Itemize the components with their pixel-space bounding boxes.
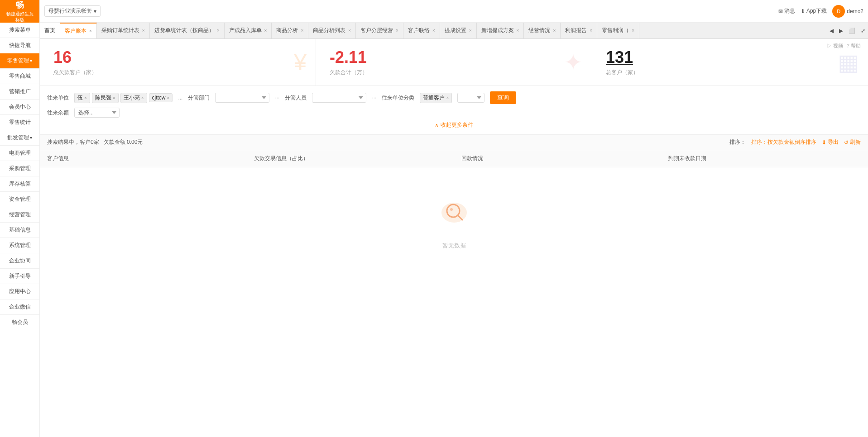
user-menu[interactable]: D demo2 bbox=[832, 5, 863, 18]
tab-close-new-raise-plan[interactable]: × bbox=[517, 28, 519, 33]
stat-total-customers-label: 总客户（家） bbox=[606, 69, 638, 76]
stat-credit-amount-label: 欠款合计（万） bbox=[330, 69, 368, 76]
unit-tags-more[interactable]: ... bbox=[178, 95, 182, 101]
tab-close-retail-profit[interactable]: × bbox=[632, 28, 634, 33]
sidebar-item-ecommerce-mgmt[interactable]: 电商管理 bbox=[0, 146, 39, 161]
tab-customer-account[interactable]: 客户账本× bbox=[60, 23, 97, 39]
account-selector[interactable]: 母婴行业演示帐套 ▾ bbox=[44, 5, 101, 17]
stats-row: 16 总欠款客户（家） ¥ -2.11 欠款合计（万） ✦ 131 总客户（家）… bbox=[40, 39, 868, 86]
sidebar-item-basic-info[interactable]: 基础信息 bbox=[0, 223, 39, 238]
dept-more-btn[interactable]: ··· bbox=[275, 95, 279, 101]
sidebar-item-operation-mgmt[interactable]: 经营管理 bbox=[0, 207, 39, 223]
sidebar-item-vip-member[interactable]: 畅会员 bbox=[0, 315, 39, 330]
person-filter-select[interactable] bbox=[312, 93, 366, 103]
tab-product-inbound[interactable]: 产成品入库单× bbox=[225, 23, 272, 39]
tab-close-raise-settings[interactable]: × bbox=[469, 28, 472, 33]
tab-close-customer-contact[interactable]: × bbox=[432, 28, 435, 33]
tab-raise-settings[interactable]: 提成设置× bbox=[440, 23, 477, 39]
sidebar-item-new-guide[interactable]: 新手引导 bbox=[0, 269, 39, 284]
tab-new-raise-plan[interactable]: 新增提成方案× bbox=[477, 23, 524, 39]
tab-next-btn[interactable]: ▶ bbox=[836, 28, 846, 34]
table-col-header: 回款情况 bbox=[454, 150, 661, 167]
sidebar-item-quick-nav[interactable]: 快捷导航 bbox=[0, 38, 39, 53]
sidebar-item-enterprise-collab[interactable]: 企业协同 bbox=[0, 253, 39, 269]
empty-text: 暂无数据 bbox=[442, 242, 466, 250]
tab-product-analysis-list[interactable]: 商品分析列表× bbox=[308, 23, 356, 39]
tab-operation-status[interactable]: 经营情况× bbox=[524, 23, 561, 39]
sidebar-item-member-center[interactable]: 会员中心 bbox=[0, 100, 39, 115]
sidebar-item-wholesale-mgmt[interactable]: 批发管理 ▾ bbox=[0, 130, 39, 146]
sidebar-item-search-menu[interactable]: 搜索菜单 bbox=[0, 23, 39, 38]
message-icon: ✉ bbox=[778, 8, 783, 14]
stat-icon-building: ▦ bbox=[838, 49, 859, 76]
filter-row-2: 往来余额 选择... bbox=[47, 108, 861, 118]
unit-filter-tags: 伍×陈民强×王小亮×cjttcw× bbox=[74, 93, 173, 103]
unit-tag-close[interactable]: × bbox=[113, 95, 115, 100]
unit-tag-close[interactable]: × bbox=[84, 95, 87, 100]
refresh-icon: ↺ bbox=[844, 139, 849, 146]
tab-purchase-order-stats[interactable]: 采购订单统计表× bbox=[97, 23, 150, 39]
tab-close-product-analysis[interactable]: × bbox=[301, 28, 303, 33]
tab-customer-contact[interactable]: 客户联络× bbox=[403, 23, 440, 39]
query-button[interactable]: 查询 bbox=[490, 91, 516, 104]
search-result-text: 搜索结果中，客户0家 欠款金额 0.00元 bbox=[47, 138, 143, 146]
tab-close-purchase-order-stats[interactable]: × bbox=[142, 28, 145, 33]
table-col-header: 客户信息 bbox=[40, 150, 247, 167]
remainder-filter-select[interactable]: 选择... bbox=[74, 108, 120, 118]
dept-filter-select[interactable] bbox=[215, 93, 269, 103]
help-icon[interactable]: ? 帮助 bbox=[847, 43, 861, 49]
tab-prev-btn[interactable]: ◀ bbox=[827, 28, 836, 34]
filter-row-1: 往来单位 伍×陈民强×王小亮×cjttcw× ... 分管部门 ··· 分管人员… bbox=[47, 91, 861, 104]
svg-point-0 bbox=[441, 203, 467, 223]
tab-home[interactable]: 首页 bbox=[40, 23, 60, 39]
person-more-btn[interactable]: ··· bbox=[372, 95, 376, 101]
sidebar-item-retail-mall[interactable]: 零售商城 bbox=[0, 69, 39, 84]
tab-purchase-inbound-stats[interactable]: 进货单统计表（按商品）× bbox=[150, 23, 225, 39]
empty-state: 暂无数据 bbox=[40, 167, 868, 277]
category-filter-label: 往来单位分类 bbox=[382, 94, 414, 102]
search-summary: 搜索结果中，客户0家 欠款金额 0.00元 排序： 排序：按欠款金额倒序排序 ⬇… bbox=[40, 135, 868, 150]
sidebar-item-system-mgmt[interactable]: 系统管理 bbox=[0, 238, 39, 253]
sort-label: 排序： bbox=[729, 138, 746, 146]
refresh-btn[interactable]: ↺ 刷新 bbox=[844, 138, 861, 146]
collapse-button[interactable]: ∧ 收起更多条件 bbox=[47, 121, 861, 129]
tab-close-customer-account[interactable]: × bbox=[89, 28, 92, 33]
tab-close-profit-report[interactable]: × bbox=[590, 28, 592, 33]
tab-close-purchase-inbound-stats[interactable]: × bbox=[217, 28, 220, 33]
tab-close-operation-status[interactable]: × bbox=[553, 28, 556, 33]
category-tag-close[interactable]: × bbox=[446, 95, 449, 100]
app-download-btn[interactable]: ⬇ App下载 bbox=[801, 7, 827, 15]
tab-close-customer-segmentation[interactable]: × bbox=[396, 28, 398, 33]
account-selector-label: 母婴行业演示帐套 bbox=[48, 7, 92, 15]
category-filter-select[interactable] bbox=[457, 93, 484, 103]
unit-tag-close[interactable]: × bbox=[167, 95, 170, 100]
stat-icon-money: ¥ bbox=[294, 49, 307, 76]
empty-icon bbox=[436, 195, 472, 237]
tab-fullscreen-btn[interactable]: ⤢ bbox=[858, 28, 868, 34]
tab-expand-btn[interactable]: ⬜ bbox=[846, 28, 858, 34]
tab-customer-segmentation[interactable]: 客户分层经营× bbox=[356, 23, 403, 39]
tab-navigation: ◀ ▶ ⬜ ⤢ bbox=[827, 28, 868, 34]
tab-product-analysis[interactable]: 商品分析× bbox=[272, 23, 308, 39]
tab-close-product-analysis-list[interactable]: × bbox=[348, 28, 351, 33]
sidebar-item-retail-mgmt[interactable]: 零售管理 ▾ bbox=[0, 53, 39, 69]
unit-filter-tag: 伍× bbox=[74, 93, 90, 103]
message-btn[interactable]: ✉ 消息 bbox=[778, 7, 795, 15]
tab-profit-report[interactable]: 利润报告× bbox=[561, 23, 597, 39]
unit-filter-tag: cjttcw× bbox=[149, 93, 173, 102]
sidebar-item-enterprise-wechat[interactable]: 企业微信 bbox=[0, 299, 39, 315]
video-help-icon[interactable]: ▷ 视频 bbox=[827, 43, 843, 49]
sort-select[interactable]: 排序：按欠款金额倒序排序 bbox=[751, 138, 816, 146]
sidebar-item-purchase-mgmt[interactable]: 采购管理 bbox=[0, 161, 39, 176]
tab-retail-profit[interactable]: 零售利润（× bbox=[597, 23, 639, 39]
sidebar-item-marketing[interactable]: 营销推广 bbox=[0, 84, 39, 100]
sidebar-item-inventory-check[interactable]: 库存核算 bbox=[0, 176, 39, 192]
export-icon: ⬇ bbox=[822, 139, 826, 146]
export-btn[interactable]: ⬇ 导出 bbox=[822, 138, 839, 146]
unit-filter-label: 往来单位 bbox=[47, 94, 69, 102]
sidebar-item-retail-stats[interactable]: 零售统计 bbox=[0, 115, 39, 130]
sidebar-item-finance-mgmt[interactable]: 资金管理 bbox=[0, 192, 39, 207]
unit-tag-close[interactable]: × bbox=[141, 95, 144, 100]
tab-close-product-inbound[interactable]: × bbox=[264, 28, 267, 33]
sidebar-item-app-center[interactable]: 应用中心 bbox=[0, 284, 39, 299]
